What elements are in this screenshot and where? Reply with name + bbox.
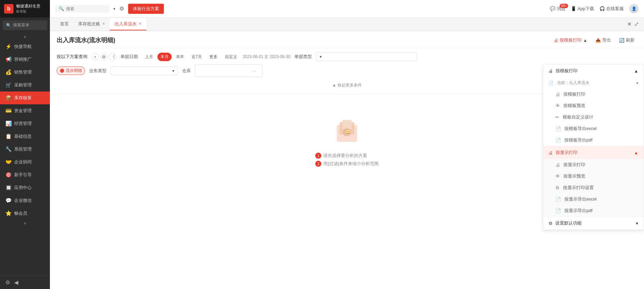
filter-settings-btn[interactable]: ⚙ [100,53,108,60]
refresh-btn[interactable]: 🔄 刷新 [616,36,637,45]
dropdown-item-display-pdf[interactable]: 📄 按显示导出pdf [543,205,644,216]
sidebar-item-operations[interactable]: 📊 经营管理 [0,117,50,130]
date-custom-btn[interactable]: 自定义 [222,53,240,61]
sidebar-item-inventory[interactable]: 📦 库存核算 [0,91,50,104]
dropdown-item-template-print[interactable]: 🖨 按模板打印 [543,88,644,100]
search-menu-button[interactable]: 🔍 搜索菜单 [3,20,47,30]
date-this-year-btn[interactable]: 本年 [173,53,187,61]
operations-icon: 📊 [5,121,11,127]
sidebar-logo: b 畅捷通好生意 标准版 [0,0,50,18]
template-print-label: 按模板打印 [563,91,585,97]
filter-controls: + ⚙ 《 [91,53,116,60]
headset-icon: 🎧 [599,6,605,11]
sidebar-item-basic[interactable]: 📋 基础信息 [0,130,50,143]
tab-inout-flow-close[interactable]: ✕ [139,22,142,26]
tab-inventory-batch[interactable]: 库存批次账 ✕ [74,18,110,30]
tab-home[interactable]: 首页 [55,18,74,30]
industry-btn[interactable]: 体验行业方案 [128,4,164,14]
refresh-label: 刷新 [626,37,635,43]
sidebar-item-marketing[interactable]: 📢 营销推广 [0,53,50,66]
sidebar-collapse-icon[interactable]: ◀ [14,279,18,286]
app-download-btn[interactable]: 📱 App下载 [571,6,594,12]
sidebar-footer: ⚙ ◀ [0,275,50,289]
sidebar-item-cooperation[interactable]: 🤝 企业协同 [0,156,50,168]
date-filter-label: 单据日期 [120,54,138,60]
sidebar-label-inventory: 库存核算 [14,95,32,101]
date-more-btn[interactable]: 更多 [206,53,221,61]
dropdown-settings-default-header[interactable]: ⚙ 设置默认功能 ▾ [543,217,644,230]
tab-inout-flow[interactable]: 出入库流水 ✕ [110,18,146,30]
step-2-text: 用[过滤]条件来缩小分析范围 [323,161,378,167]
sidebar-item-apps[interactable]: 🔲 应用中心 [0,181,50,194]
marketing-icon: 📢 [5,56,11,62]
dropdown-header-chevron-up: ▲ [634,69,638,74]
dropdown-item-display-print[interactable]: 🖨 按显示打印 [543,159,644,170]
dropdown-item-template-design[interactable]: ✏ 模板自定义设计 [543,111,644,123]
dropdown-item-template-pdf[interactable]: 📄 按模板导出pdf [543,134,644,146]
dropdown-item-template-preview[interactable]: 👁 按模板预览 [543,100,644,111]
main-area: 🔍 ▾ ⚙ 体验行业方案 💬 消息 99+ 📱 App下载 🎧 在线客服 👤 [50,0,644,289]
filter-collapse-btn[interactable]: 《 [109,53,116,60]
topbar-dropdown-icon[interactable]: ▾ [113,6,115,11]
dropdown-display-print-header[interactable]: 🖨 按显示打印 ▲ [543,146,644,159]
dropdown-item-display-settings[interactable]: ⚙ 按显示打印设置 [543,182,644,193]
date-filters: 上月 本月 本年 近7天 更多 自定义 2023-06-01 至 2023-06… [142,53,290,61]
date-last-month-btn[interactable]: 上月 [142,53,156,61]
dropdown-item-display-excel[interactable]: 📄 按显示导出excel [543,193,644,205]
sidebar-scroll-up[interactable]: ▲ [0,33,50,40]
topbar-search-input[interactable] [66,6,100,11]
template-design-label: 模板自定义设计 [563,114,593,120]
dropdown-item-template-excel[interactable]: 📄 按模板导出excel [543,123,644,134]
sidebar-label-apps: 应用中心 [14,185,32,191]
tab-close-all-icon[interactable]: ✕ [627,21,632,27]
template-excel-label: 按模板导出excel [564,126,596,132]
sidebar-item-quick-nav[interactable]: ⚡ 快捷导航 [0,40,50,53]
dropdown-current-template[interactable]: 📄 当前：出入库流水 ▾ [543,77,644,88]
dropdown-settings-icon: ⚙ [549,221,553,226]
sidebar-item-purchase[interactable]: 🛒 采购管理 [0,79,50,91]
sidebar-item-guide[interactable]: 🎯 新手引导 [0,168,50,181]
dropdown-item-display-preview[interactable]: 👁 按显示预览 [543,170,644,182]
export-icon: 📤 [595,38,601,43]
sidebar-item-member[interactable]: ⭐ 畅会员 [0,207,50,220]
apps-icon: 🔲 [5,185,11,191]
warehouse-more-btn[interactable]: ··· [250,67,259,75]
filter-add-btn[interactable]: + [91,53,99,60]
dropdown-current-icon: 📄 [549,81,554,85]
date-7days-btn[interactable]: 近7天 [188,53,205,61]
warehouse-dropdown[interactable]: ··· [195,64,262,77]
message-btn[interactable]: 💬 消息 99+ [550,6,565,12]
display-settings-label: 按显示打印设置 [563,185,594,191]
export-btn[interactable]: 📤 导出 [593,36,614,45]
business-type-dropdown[interactable]: ▾ [111,67,178,75]
template-pdf-label: 按模板导出pdf [564,137,592,143]
content-area: 出入库流水(流水明细) 🖨 按模板打印 ▲ 📤 导出 🔄 刷新 [50,31,644,289]
sidebar-item-sales[interactable]: 💰 销售管理 [0,66,50,79]
print-template-btn[interactable]: 🖨 按模板打印 ▲ [551,36,590,45]
online-service-btn[interactable]: 🎧 在线客服 [599,6,624,12]
print-icon: 🖨 [554,38,558,43]
tab-inventory-batch-close[interactable]: ✕ [102,22,105,26]
business-type-chevron: ▾ [172,69,174,73]
topbar-gear-icon[interactable]: ⚙ [119,5,124,12]
finance-icon: 💳 [5,108,11,114]
date-this-month-btn[interactable]: 本月 [157,53,172,61]
sidebar-item-system[interactable]: 🔧 系统管理 [0,143,50,156]
sidebar-item-finance[interactable]: 💳 资金管理 [0,104,50,117]
type-filter-dropdown[interactable]: ▾ [316,52,417,61]
user-avatar[interactable]: 👤 [629,4,639,14]
dropdown-print-template-header[interactable]: 🖨 按模板打印 ▲ [543,64,644,77]
sidebar-item-wechat[interactable]: 💬 企业微信 [0,194,50,207]
sidebar-label-cooperation: 企业协同 [14,159,32,165]
sidebar-scroll-down[interactable]: ▼ [0,220,50,227]
dropdown-settings-label: 设置默认功能 [555,220,582,226]
type-filter-label: 单据类型 [294,54,312,60]
sidebar-label-system: 系统管理 [14,146,32,152]
sidebar-label-quick-nav: 快捷导航 [14,44,32,50]
quick-nav-icon: ⚡ [5,44,11,50]
sidebar-settings-icon[interactable]: ⚙ [5,279,10,286]
sidebar-search-area: 🔍 搜索菜单 [0,18,50,33]
tab-fullscreen-icon[interactable]: ⤢ [634,21,639,27]
type-dropdown-chevron: ▾ [320,54,322,59]
app-name: 畅捷通好生意 [16,4,40,9]
